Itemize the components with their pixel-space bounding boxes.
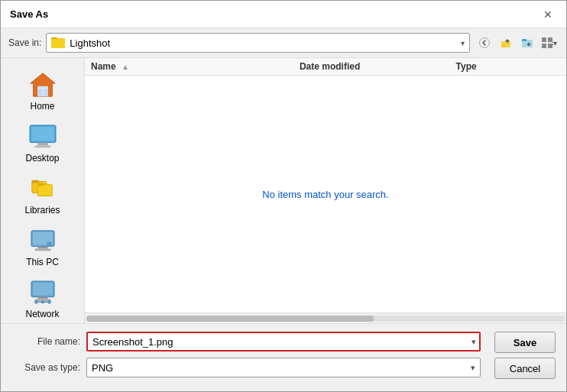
file-type-label: Save as type: xyxy=(11,362,80,373)
svg-rect-18 xyxy=(31,127,53,141)
sort-arrow-icon: ▲ xyxy=(122,63,129,71)
nav-back-button[interactable] xyxy=(475,33,494,53)
svg-rect-28 xyxy=(34,248,50,251)
action-buttons: Save Cancel xyxy=(494,332,556,379)
folder-icon xyxy=(51,36,65,50)
bottom-fields: File name: ▾ Save as type: PNG ▾ xyxy=(11,332,481,384)
save-in-label: Save in: xyxy=(8,37,41,48)
svg-rect-2 xyxy=(51,39,65,48)
filetype-value: PNG xyxy=(92,362,471,374)
sidebar-desktop-label: Desktop xyxy=(25,153,59,164)
file-list-header: Name ▲ Date modified Type xyxy=(85,58,566,76)
title-bar: Save As ✕ xyxy=(1,1,566,28)
sidebar-libraries-label: Libraries xyxy=(24,205,60,215)
svg-rect-23 xyxy=(37,184,52,196)
sidebar-thispc-label: This PC xyxy=(26,257,59,267)
svg-rect-20 xyxy=(34,145,50,147)
file-name-row: File name: ▾ xyxy=(11,332,481,352)
save-as-dialog: Save As ✕ Save in: Lightshot ▾ xyxy=(0,0,567,392)
svg-rect-27 xyxy=(37,247,47,249)
svg-rect-15 xyxy=(37,89,42,96)
svg-rect-10 xyxy=(542,44,546,48)
file-name-label: File name: xyxy=(11,336,80,347)
dialog-title: Save As xyxy=(10,8,48,20)
nav-buttons: ▾ xyxy=(475,33,559,53)
sidebar-item-home[interactable]: Home xyxy=(8,66,77,116)
svg-rect-7 xyxy=(522,39,526,41)
svg-rect-9 xyxy=(548,37,552,42)
column-name: Name ▲ xyxy=(91,61,300,72)
nav-new-folder-button[interactable] xyxy=(517,33,537,53)
column-date-modified: Date modified xyxy=(300,61,456,72)
sidebar-item-desktop[interactable]: Desktop xyxy=(8,119,77,168)
filename-input[interactable] xyxy=(88,336,468,348)
svg-rect-11 xyxy=(548,44,552,48)
scrollbar-thumb xyxy=(86,316,374,322)
main-area: Home Desktop Libra xyxy=(1,58,566,323)
svg-rect-8 xyxy=(542,37,546,42)
svg-rect-22 xyxy=(31,180,38,183)
file-list-area: Name ▲ Date modified Type No items match… xyxy=(85,58,566,323)
cancel-button[interactable]: Cancel xyxy=(494,358,556,379)
sidebar-item-libraries[interactable]: Libraries xyxy=(8,171,77,220)
filename-dropdown-arrow-icon[interactable]: ▾ xyxy=(468,337,479,347)
svg-rect-32 xyxy=(37,297,47,300)
nav-up-button[interactable] xyxy=(496,33,516,53)
file-type-row: Save as type: PNG ▾ xyxy=(11,358,481,377)
column-type: Type xyxy=(456,61,560,72)
empty-message: No items match your search. xyxy=(262,189,388,200)
svg-point-37 xyxy=(34,300,37,303)
toolbar-row: Save in: Lightshot ▾ xyxy=(1,28,566,58)
svg-rect-24 xyxy=(37,183,44,186)
view-options-button[interactable]: ▾ xyxy=(539,33,559,53)
sidebar-item-network[interactable]: Network xyxy=(8,275,77,323)
svg-point-38 xyxy=(47,300,50,303)
sidebar-home-label: Home xyxy=(30,101,54,112)
sidebar-network-label: Network xyxy=(25,309,59,319)
svg-rect-5 xyxy=(501,41,510,47)
svg-rect-16 xyxy=(43,89,47,96)
filename-input-wrapper: ▾ xyxy=(86,332,481,352)
bottom-area: File name: ▾ Save as type: PNG ▾ xyxy=(1,323,566,391)
file-list-body: No items match your search. xyxy=(85,76,566,313)
scrollbar-track xyxy=(86,316,565,322)
sidebar: Home Desktop Libra xyxy=(1,58,85,323)
svg-point-29 xyxy=(47,242,51,245)
dropdown-arrow-icon: ▾ xyxy=(461,39,465,47)
filetype-arrow-icon: ▾ xyxy=(471,363,475,373)
save-button[interactable]: Save xyxy=(494,332,556,353)
svg-point-3 xyxy=(480,38,490,48)
horizontal-scrollbar[interactable] xyxy=(85,313,566,323)
sidebar-item-thispc[interactable]: This PC xyxy=(8,223,77,272)
save-in-folder-name: Lightshot xyxy=(70,37,461,49)
svg-rect-19 xyxy=(37,143,47,146)
filetype-select[interactable]: PNG ▾ xyxy=(86,358,481,377)
svg-rect-31 xyxy=(32,283,52,296)
save-in-dropdown[interactable]: Lightshot ▾ xyxy=(46,33,470,53)
bottom-rows-and-buttons: File name: ▾ Save as type: PNG ▾ xyxy=(11,332,556,384)
close-button[interactable]: ✕ xyxy=(539,5,557,24)
